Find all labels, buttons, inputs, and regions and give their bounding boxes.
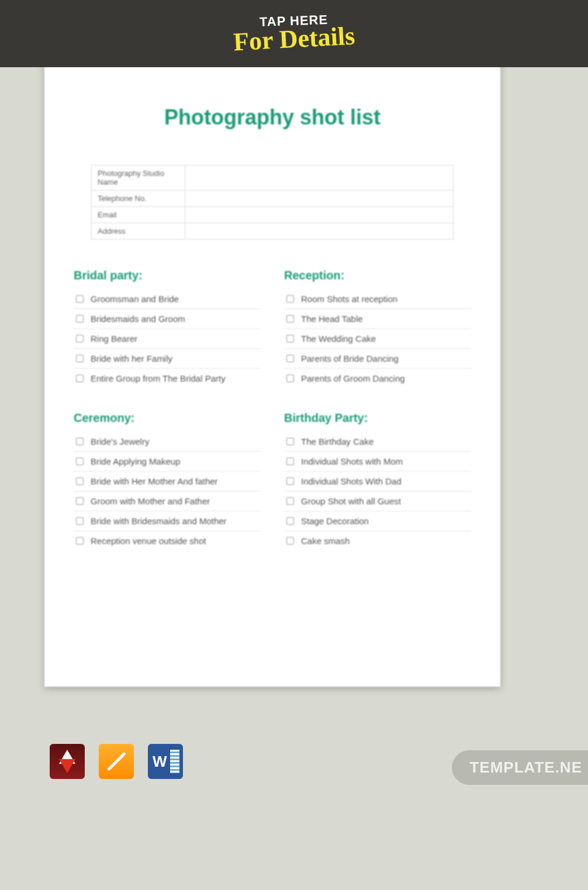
info-label: Telephone No. xyxy=(92,191,185,207)
checklist-item-label: Bride with her Family xyxy=(91,354,172,363)
checklist-item: Cake smash xyxy=(284,531,471,550)
checklist-item: The Head Table xyxy=(284,309,471,329)
checklist-item-label: Reception venue outside shot xyxy=(91,536,206,546)
checkbox-icon[interactable] xyxy=(286,537,294,545)
checkbox-icon[interactable] xyxy=(286,355,294,362)
checklist-item: Bride Applying Makeup xyxy=(74,452,261,472)
top-banner[interactable]: TAP HERE For Details xyxy=(0,0,588,67)
checklist-item-label: Entire Group from The Bridal Party xyxy=(91,373,226,383)
checklist-item-label: Groom with Mother and Father xyxy=(91,496,210,506)
checklist-item-label: Individual Shots With Dad xyxy=(301,476,402,486)
info-value[interactable] xyxy=(185,165,454,191)
for-details-text: For Details xyxy=(233,21,356,57)
checklist-item-label: Room Shots at reception xyxy=(301,294,397,304)
checkbox-icon[interactable] xyxy=(286,375,294,382)
document-page: Photography shot list Photography Studio… xyxy=(44,58,500,687)
watermark-badge: TEMPLATE.NE xyxy=(452,750,588,785)
checklist-item-label: Ring Bearer xyxy=(91,334,137,344)
checklist-item: Bride with her Family xyxy=(74,349,261,369)
checklist-item: Groomsman and Bride xyxy=(74,289,261,309)
info-row: Telephone No. xyxy=(92,191,454,207)
checklist-item-label: The Birthday Cake xyxy=(301,437,373,446)
right-column: Reception:Room Shots at receptionThe Hea… xyxy=(284,269,471,574)
section-title: Bridal party: xyxy=(74,269,261,282)
checklist-item: Parents of Groom Dancing xyxy=(284,369,471,388)
checklist-item-label: The Wedding Cake xyxy=(301,334,376,344)
checklist-item: Groom with Mother and Father xyxy=(74,491,261,511)
checklist-item: Parents of Bride Dancing xyxy=(284,349,471,369)
checklist-item: The Wedding Cake xyxy=(284,329,471,349)
document-title: Photography shot list xyxy=(62,105,483,130)
section-title: Birthday Party: xyxy=(284,411,471,425)
section-title: Reception: xyxy=(284,269,471,282)
checkbox-icon[interactable] xyxy=(286,438,294,445)
checklist-item-label: Parents of Groom Dancing xyxy=(301,373,405,383)
checkbox-icon[interactable] xyxy=(76,355,84,362)
checklist-item: Individual Shots With Dad xyxy=(284,472,471,491)
checklist-item: Ring Bearer xyxy=(74,329,261,349)
info-label: Email xyxy=(92,207,185,223)
checkbox-icon[interactable] xyxy=(76,375,84,382)
checkbox-icon[interactable] xyxy=(76,315,84,323)
word-icon[interactable] xyxy=(148,744,183,779)
checklist-item: Room Shots at reception xyxy=(284,289,471,309)
checkbox-icon[interactable] xyxy=(286,497,294,505)
checkbox-icon[interactable] xyxy=(286,295,294,303)
checklist-item-label: Bride Applying Makeup xyxy=(91,456,180,466)
checkbox-icon[interactable] xyxy=(76,458,84,465)
checkbox-icon[interactable] xyxy=(286,458,294,465)
info-row: Address xyxy=(92,223,454,240)
checklist-item: Entire Group from The Bridal Party xyxy=(74,369,261,388)
checklist-section: Birthday Party:The Birthday CakeIndividu… xyxy=(284,411,471,550)
checklist-columns: Bridal party:Groomsman and BrideBridesma… xyxy=(62,269,483,574)
info-value[interactable] xyxy=(185,223,454,240)
checkbox-icon[interactable] xyxy=(76,497,84,505)
info-label: Address xyxy=(92,223,185,240)
info-value[interactable] xyxy=(185,207,454,223)
info-row: Email xyxy=(92,207,454,223)
checklist-item: Group Shot with all Guest xyxy=(284,491,471,511)
checklist-item-label: Bride's Jewelry xyxy=(91,437,149,446)
file-format-icons xyxy=(50,744,183,779)
checklist-item: Bride with Her Mother And father xyxy=(74,472,261,491)
checklist-section: Ceremony:Bride's JewelryBride Applying M… xyxy=(74,411,261,550)
info-label: Photography Studio Name xyxy=(92,165,185,191)
checklist-item-label: Cake smash xyxy=(301,536,350,546)
info-row: Photography Studio Name xyxy=(92,165,454,191)
checkbox-icon[interactable] xyxy=(76,335,84,342)
checklist-item-label: Bride with Bridesmaids and Mother xyxy=(91,516,227,526)
pdf-icon[interactable] xyxy=(50,744,85,779)
checkbox-icon[interactable] xyxy=(76,438,84,445)
checklist-section: Reception:Room Shots at receptionThe Hea… xyxy=(284,269,471,388)
left-column: Bridal party:Groomsman and BrideBridesma… xyxy=(74,269,261,574)
pages-icon[interactable] xyxy=(99,744,134,779)
checkbox-icon[interactable] xyxy=(286,477,294,485)
checkbox-icon[interactable] xyxy=(76,517,84,525)
checklist-item-label: Bride with Her Mother And father xyxy=(91,476,218,486)
section-title: Ceremony: xyxy=(74,411,261,425)
checklist-item-label: Parents of Bride Dancing xyxy=(301,354,399,363)
info-value[interactable] xyxy=(185,191,454,207)
checklist-item: The Birthday Cake xyxy=(284,432,471,452)
checklist-item: Stage Decoration xyxy=(284,511,471,531)
checklist-item: Reception venue outside shot xyxy=(74,531,261,550)
checklist-item: Bride's Jewelry xyxy=(74,432,261,452)
info-table: Photography Studio NameTelephone No.Emai… xyxy=(91,165,454,240)
checklist-item-label: The Head Table xyxy=(301,314,363,324)
checkbox-icon[interactable] xyxy=(76,295,84,303)
checkbox-icon[interactable] xyxy=(286,335,294,342)
checklist-section: Bridal party:Groomsman and BrideBridesma… xyxy=(74,269,261,388)
checkbox-icon[interactable] xyxy=(286,517,294,525)
checkbox-icon[interactable] xyxy=(76,477,84,485)
checklist-item-label: Groomsman and Bride xyxy=(91,294,179,304)
checklist-item-label: Stage Decoration xyxy=(301,516,369,526)
checklist-item-label: Group Shot with all Guest xyxy=(301,496,401,506)
checklist-item: Individual Shots with Mom xyxy=(284,452,471,472)
checkbox-icon[interactable] xyxy=(76,537,84,545)
checklist-item-label: Individual Shots with Mom xyxy=(301,456,403,466)
checklist-item: Bridesmaids and Groom xyxy=(74,309,261,329)
checklist-item: Bride with Bridesmaids and Mother xyxy=(74,511,261,531)
checkbox-icon[interactable] xyxy=(286,315,294,323)
checklist-item-label: Bridesmaids and Groom xyxy=(91,314,185,324)
